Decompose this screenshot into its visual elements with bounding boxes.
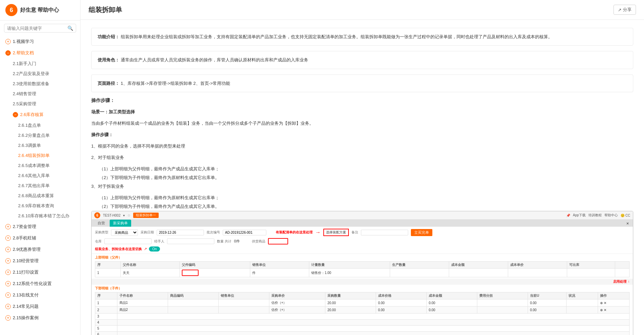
sidebar-item-2-11[interactable]: + 2.11打印设置 [0,267,80,278]
sidebar-item-2-6-1[interactable]: 2.6.1盘点单 [0,120,80,130]
lower-table-section: 下部明细（子件） 序 子件名称 商品编码 销售单位 采购单价 采购数量 成本价格 [92,285,633,335]
sidebar-item-2-15[interactable]: + 2.15操作案例 [0,312,80,324]
table-row: 2 商品2 估价（+） 20.00 0.00 0.00 0.00 [95,306,630,314]
upper-table: 序 父件名称 父件编码 销售单位 计量数量 生产数量 成本金额 成本单价 可出库 [95,261,630,277]
sidebar-item-2-10[interactable]: + 2.10经营管理 [0,255,80,267]
share-icon: ↗ [618,7,622,12]
form-row-1: 采购类型 采购商品 采购日期 批次编号 有装配清单的在这里处理 → 选择装配方案… [95,229,630,236]
expand-icon: + [5,270,11,275]
tab-row: 自营 新采购单 ✕ [92,220,633,227]
expand-icon: + [5,39,11,44]
sidebar-item-2-6-9[interactable]: 2.6.9库存账本查询 [0,201,80,211]
main-header: 组装拆卸单 ↗ 分享 [80,0,644,20]
intro-label: 功能介绍： [98,34,119,39]
expand-icon: + [5,281,11,286]
brand-name: 好生意 帮助中心 [20,7,59,14]
step2-sub1: （1）上部明细为父件明细，最终作为产成品生成其它入库单； [91,165,633,173]
sidebar-item-docs[interactable]: − 2.帮助文档 [0,47,80,59]
app-logo-small: 6 [94,212,100,218]
app-topbar: 6 TEST-H002 ▾ ⚙ 组装拆卸单一 📌 App下载 培训教程 帮助中心… [92,211,633,220]
step3-sub1: （1）上部明细为父件明细，最终作为原材料生成其它出库单； [91,193,633,202]
share-button[interactable]: ↗ 分享 [613,5,636,15]
role-text: 通常由生产人员或库管人员完成拆装业务的操作，库管人员确认原材料的出库和产成品的入… [121,57,308,62]
search-input[interactable] [7,26,67,31]
tab-ziyng[interactable]: 自营 [94,220,108,227]
type-select[interactable]: 采购商品 [111,229,138,236]
role-label: 使用角色： [98,57,119,62]
upper-table-label: 上部明细（父件） [95,255,630,260]
sidebar-item-2-9[interactable]: + 2.9优惠券管理 [0,244,80,255]
scene1-desc: 当由多个子件材料组装成一个成品的业务为【组装】业务，当由一个父件拆分成多个子产品… [91,119,633,128]
sidebar-item-2-3[interactable]: 2.3使用前数据准备 [0,79,80,89]
collapse-icon: − [5,50,11,56]
sidebar-item-2-12[interactable]: + 2.12系统个性化设置 [0,278,80,289]
supplier-input[interactable] [268,238,288,244]
sidebar-item-label: 2.10经营管理 [13,258,39,264]
sidebar-item-label: 2.6库存核算 [20,112,44,118]
annotation-1: 有装配清单的在这里处理 [276,230,313,235]
date-input[interactable] [157,230,204,235]
expand-icon: + [5,304,11,309]
sidebar-item-2-6-8[interactable]: 2.6.8商品成本重算 [0,191,80,201]
table-row: 4 [95,320,630,326]
tab-new-order[interactable]: 新采购单 [110,220,131,227]
sidebar-item-2-7[interactable]: + 2.7资金管理 [0,221,80,232]
toggle-on[interactable]: On [149,246,160,252]
share-label: 分享 [623,7,632,13]
sidebar-item-2-1[interactable]: 2.1新手入门 [0,59,80,69]
table-row: 3 [95,314,630,320]
path-text: 1、库存核算->库存管理->组装拆卸单 2、首页->常用功能 [121,81,230,86]
sidebar-item-2-6-7[interactable]: 2.6.7其他出库单 [0,181,80,191]
page-title: 组装拆卸单 [89,5,122,14]
lower-table-label: 下部明细（子件） [95,286,630,291]
nav-section: + 1.视频学习 − 2.帮助文档 2.1新手入门 2.2产品安装及登录 2.3… [0,36,80,324]
sidebar-item-2-14[interactable]: + 2.14常见问题 [0,301,80,312]
intro-box: 功能介绍： 组装拆卸单用来处理企业组装或拆卸等加工业务，支持有固定装配清单的产品… [91,28,633,46]
sidebar-item-2-6-10[interactable]: 2.6.10库存账本错了怎么办 [0,211,80,221]
sidebar-header: 6 好生意 帮助中心 [0,0,80,20]
operations-section: 操作步骤： 场景一：加工类型选择 当由多个子件材料组装成一个成品的业务为【组装】… [91,98,633,211]
sidebar-item-2-6-3[interactable]: 2.6.3调拨单 [0,141,80,151]
search-box[interactable]: 🔍 [4,24,76,33]
upper-table-section: 上部明细（父件） 序 父件名称 父件编码 销售单位 计量数量 生产数量 成本金额 [92,254,633,279]
sidebar-item-2-13[interactable]: + 2.13在线支付 [0,289,80,301]
sidebar-item-2-6-4[interactable]: 2.6.4组装拆卸单 [0,151,80,161]
annotation-2: 组装业务、拆卸业务在这里切换 [95,247,142,252]
parent-code-input[interactable] [182,270,199,276]
expand-icon: + [5,247,11,252]
ops-title: 操作步骤： [91,98,633,104]
annotation-3: 启用处理 ↓ [92,279,633,285]
step1: 1、根据不同的业务，选择不同单据的类型来处理 [91,142,633,151]
btn-confirm[interactable]: 立买完单 [411,229,432,236]
table-row: 6 [95,332,630,335]
table-row: 1 商品1 估价（+） 20.00 0.00 0.00 0.00 [95,299,630,306]
sidebar-item-2-2[interactable]: 2.2产品安装及登录 [0,69,80,79]
annotation-row-2: 组装业务、拆卸业务在这里切换 ↗ On [95,246,630,252]
sidebar-item-2-6-6[interactable]: 2.6.6其他入库单 [0,171,80,181]
sidebar-item-label: 2.15操作案例 [13,315,39,321]
sidebar-item-2-6[interactable]: − 2.6库存核算 [0,109,80,120]
form-section: 采购类型 采购商品 采购日期 批次编号 有装配清单的在这里处理 → 选择装配方案… [92,227,633,254]
close-tab-icon[interactable]: ✕ [625,220,630,227]
warehouse-input[interactable] [104,238,152,244]
table-row: 1 关天 件 销售价：1.00 [95,269,630,277]
sidebar-item-2-4[interactable]: 2.4销售管理 [0,89,80,99]
sidebar-item-2-6-2[interactable]: 2.6.2分量盘点单 [0,130,80,141]
sidebar-item-label: 2.8手机旺辅 [13,235,36,241]
path-box: 页面路径： 1、库存核算->库存管理->组装拆卸单 2、首页->常用功能 [91,74,633,92]
app-screenshot: 6 TEST-H002 ▾ ⚙ 组装拆卸单一 📌 App下载 培训教程 帮助中心… [91,211,633,335]
sidebar-item-2-8[interactable]: + 2.8手机旺辅 [0,232,80,244]
sidebar-item-video[interactable]: + 1.视频学习 [0,36,80,47]
search-icon[interactable]: 🔍 [67,25,73,31]
sidebar-item-2-5[interactable]: 2.5采购管理 [0,99,80,109]
sidebar-item-2-6-5[interactable]: 2.6.5成本调整单 [0,161,80,171]
btn-choose-plan[interactable]: 选择装配方案 [323,229,349,236]
remark-input[interactable] [361,230,408,235]
table-header-row: 序 父件名称 父件编码 销售单位 计量数量 生产数量 成本金额 成本单价 可出库 [95,262,630,269]
orange-tab-btn[interactable]: 组装拆卸单一 [133,213,159,218]
expand-icon: + [5,235,11,241]
intro-text: 组装拆卸单用来处理企业组装或拆卸等加工业务，支持有固定装配清单的产品加工业务，也… [121,34,552,39]
handler-input[interactable] [167,238,214,244]
ops-steps-title: 操作步骤： [91,130,633,139]
batch-input[interactable] [223,230,266,235]
